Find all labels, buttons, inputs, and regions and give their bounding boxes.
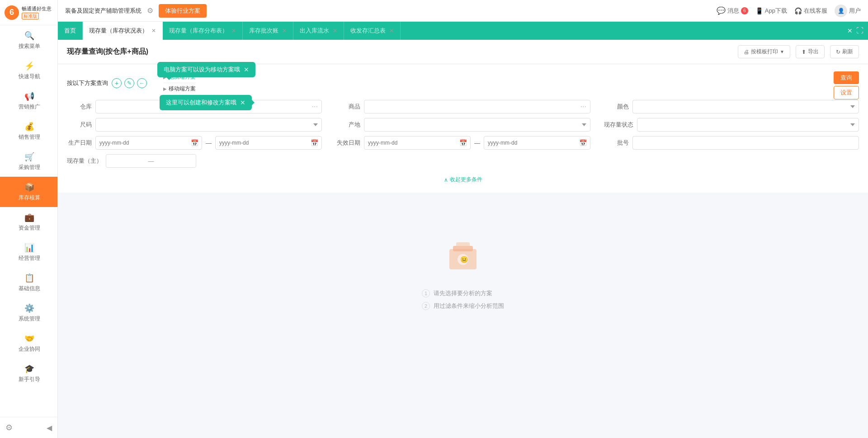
filter-field-size: 尺码: [67, 118, 322, 132]
page-title: 现存量查询(按仓库+商品): [67, 47, 148, 57]
empty-state: 😐 1 请先选择要分析的方案 2 用过滤条件来缩小分析范围: [422, 197, 504, 346]
main-area: 装备及固定资产辅助管理系统 ⚙ 体验行业方案 💬 消息 6 📱 App下载 🎧 …: [58, 0, 868, 438]
template-print-btn[interactable]: 🖨 按模板打印 ▼: [738, 45, 790, 58]
top-header: 装备及固定资产辅助管理系统 ⚙ 体验行业方案 💬 消息 6 📱 App下载 🎧 …: [58, 0, 868, 22]
maximize-icon[interactable]: ⛶: [856, 27, 863, 35]
tab-batch-ledger[interactable]: 库存批次账✕: [243, 22, 293, 40]
page-header: 现存量查询(按仓库+商品) 🖨 按模板打印 ▼ ⬆ 导出 ↻ 刷新: [58, 40, 868, 64]
expire-date-end[interactable]: [484, 136, 590, 150]
refresh-btn[interactable]: ↻ 刷新: [830, 45, 859, 58]
tab-label-recv-send-summary: 收发存汇总表: [350, 27, 386, 35]
settings-btn[interactable]: 设置: [834, 86, 859, 99]
collapse-btn[interactable]: ∧ 收起更多条件: [67, 172, 859, 185]
tooltip-scheme-close[interactable]: ✕: [244, 66, 249, 73]
goods-input[interactable]: ···: [364, 100, 590, 113]
message-btn[interactable]: 💬 消息 6: [717, 6, 748, 15]
edit-scheme-btn[interactable]: ✎: [124, 78, 134, 88]
sidebar-item-guide[interactable]: 🎓 新手引导: [0, 358, 57, 389]
prod-date-end[interactable]: [215, 136, 322, 150]
tab-inventory-dist[interactable]: 现存量（库存分布表）✕: [163, 22, 243, 40]
logo-text: 畅通通好生意 标准版: [22, 5, 52, 19]
sidebar-item-system[interactable]: ⚙️ 系统管理: [0, 298, 57, 328]
export-btn[interactable]: ⬆ 导出: [796, 45, 825, 58]
message-icon: 💬: [717, 6, 726, 15]
search-menu-icon: 🔍: [24, 31, 34, 41]
svg-text:😐: 😐: [460, 256, 468, 264]
phone-icon: 📱: [755, 7, 763, 14]
tab-recv-send-summary[interactable]: 收发存汇总表✕: [344, 22, 401, 40]
sidebar-item-finance[interactable]: 💼 资金管理: [0, 207, 57, 237]
basic-info-icon: 📋: [24, 273, 34, 283]
stock-main-input[interactable]: —: [106, 154, 196, 168]
tab-inventory-status[interactable]: 现存量（库存状况表）✕: [83, 22, 163, 40]
stock-main-row: 现存量（主） —: [67, 154, 859, 168]
inventory-icon: 📦: [24, 182, 34, 192]
settings-icon[interactable]: ⚙: [5, 423, 13, 433]
export-icon: ⬆: [802, 49, 806, 55]
sidebar-item-search-menu[interactable]: 🔍 搜索菜单: [0, 25, 57, 56]
tooltip-scheme: 电脑方案可以设为移动方案哦 ✕: [157, 62, 255, 77]
sidebar-label-sales: 销售管理: [19, 133, 40, 141]
search-btn[interactable]: 查询: [834, 71, 859, 84]
app-download-btn[interactable]: 📱 App下载: [755, 7, 787, 15]
industry-btn[interactable]: 体验行业方案: [159, 4, 207, 18]
expire-date-start[interactable]: [364, 136, 471, 150]
tab-label-in-out-flow: 出入库流水: [300, 27, 329, 35]
user-avatar: 👤: [835, 5, 847, 17]
tab-bar-actions: ✕ ⛶: [843, 22, 868, 40]
sidebar-item-marketing[interactable]: 📢 营销推广: [0, 86, 57, 116]
close-all-tabs-icon[interactable]: ✕: [847, 27, 853, 34]
tab-label-inventory-dist: 现存量（库存分布表）: [169, 27, 228, 35]
tab-close-inventory-status[interactable]: ✕: [151, 28, 156, 34]
sidebar-nav: 🔍 搜索菜单 ⚡ 快速导航 📢 营销推广 💰 销售管理 🛒 采购管理 📦 库存核…: [0, 25, 57, 417]
origin-select[interactable]: [364, 118, 590, 132]
stock-status-select[interactable]: [637, 118, 859, 132]
color-select[interactable]: [632, 100, 859, 113]
svg-rect-2: [456, 242, 470, 248]
sidebar-label-purchase: 采购管理: [19, 164, 40, 171]
expire-date-end-calendar-icon: 📅: [579, 139, 587, 146]
user-menu[interactable]: 👤 用户: [835, 5, 861, 17]
settings-gear-icon[interactable]: ⚙: [147, 6, 153, 15]
system-title: 装备及固定资产辅助管理系统: [65, 7, 142, 15]
back-scheme-btn[interactable]: ←: [137, 78, 147, 88]
page-header-actions: 🖨 按模板打印 ▼ ⬆ 导出 ↻ 刷新: [738, 45, 859, 58]
tab-label-home: 首页: [64, 27, 76, 35]
sidebar-item-inventory[interactable]: 📦 库存核算: [0, 177, 57, 207]
filter-field-origin: 产地: [335, 118, 590, 132]
tab-home[interactable]: 首页: [58, 22, 83, 40]
sidebar-label-finance: 资金管理: [19, 224, 40, 232]
filter-field-batch: 批号: [604, 136, 859, 150]
tab-close-batch-ledger[interactable]: ✕: [282, 28, 287, 34]
add-scheme-btn[interactable]: +: [112, 78, 122, 88]
purchase-icon: 🛒: [24, 152, 34, 162]
tab-bar: 首页现存量（库存状况表）✕现存量（库存分布表）✕库存批次账✕出入库流水✕收发存汇…: [58, 22, 868, 40]
support-btn[interactable]: 🎧 在线客服: [794, 7, 827, 15]
sidebar-item-enterprise[interactable]: 🤝 企业协同: [0, 328, 57, 358]
empty-step-1: 1 请先选择要分析的方案: [422, 289, 504, 297]
tab-close-inventory-dist[interactable]: ✕: [231, 28, 236, 34]
prod-date-start[interactable]: [95, 136, 202, 150]
batch-input[interactable]: [632, 136, 859, 150]
size-select[interactable]: [95, 118, 322, 132]
search-btn-area: 查询 设置: [834, 71, 859, 99]
tab-close-in-out-flow[interactable]: ✕: [333, 28, 337, 34]
sidebar-item-sales[interactable]: 💰 销售管理: [0, 116, 57, 146]
filter-label-row: 按以下方案查询 + ✎ ← 电脑方案可以设为移动方案哦 ✕ ▶ 电脑端方案: [67, 71, 859, 94]
sidebar: 6 畅通通好生意 标准版 🔍 搜索菜单 ⚡ 快速导航 📢 营销推广 💰 销售管理…: [0, 0, 58, 438]
tab-in-out-flow[interactable]: 出入库流水✕: [293, 22, 344, 40]
collapse-icon[interactable]: ◀: [47, 424, 52, 432]
sidebar-item-quick-nav[interactable]: ⚡ 快速导航: [0, 56, 57, 86]
tooltip-create-close[interactable]: ✕: [240, 99, 245, 106]
sidebar-item-purchase[interactable]: 🛒 采购管理: [0, 146, 57, 177]
system-icon: ⚙️: [24, 303, 34, 313]
tab-close-recv-send-summary[interactable]: ✕: [389, 28, 394, 34]
scheme-item-mobile[interactable]: ▶ 移动端方案: [160, 83, 199, 94]
print-icon: 🖨: [744, 49, 749, 55]
guide-icon: 🎓: [24, 364, 34, 374]
sidebar-label-inventory: 库存核算: [19, 194, 40, 202]
finance-icon: 💼: [24, 212, 34, 222]
sidebar-item-operation[interactable]: 📊 经营管理: [0, 237, 57, 268]
sidebar-label-marketing: 营销推广: [19, 103, 40, 111]
sidebar-item-basic-info[interactable]: 📋 基础信息: [0, 268, 57, 298]
